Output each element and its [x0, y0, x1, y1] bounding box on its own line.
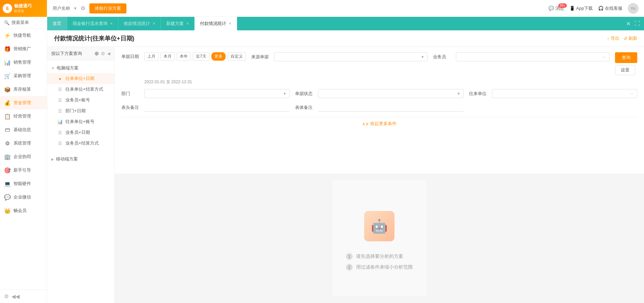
refresh-btn[interactable]: ↺ 刷新 — [623, 35, 637, 41]
sidebar-item-label-operations: 经营管理 — [13, 113, 31, 119]
sidebar-item-sales[interactable]: 📊 销售管理 — [0, 56, 47, 69]
maximize-icon[interactable]: ⛶ — [635, 21, 640, 27]
doc-status-arrow: ▾ — [458, 91, 460, 96]
sidebar: 6 畅捷通巧 标准版 🔍 搜索菜单 ⚡ 快捷导航 🎁 营销推广 📊 销售管理 🛒… — [0, 0, 47, 303]
sidebar-item-enterprise[interactable]: 🏢 企业协同 — [0, 150, 47, 163]
date-filter: 单据日期 上月 本月 本年 近7天 更多 自定义 — [121, 52, 246, 61]
sidebar-item-hardware[interactable]: 💻 智能硬件 — [0, 177, 47, 190]
scheme-section-mobile: ▶ 移动端方案 — [47, 151, 114, 167]
tab-receipt-stats[interactable]: 收款情况统计× — [118, 17, 161, 30]
dept-select[interactable]: ▾ — [144, 89, 290, 98]
doc-status-select[interactable]: ▾ — [318, 89, 463, 98]
sidebar-item-system[interactable]: ⚙ 系统管理 — [0, 137, 47, 150]
close-all-tabs-icon[interactable]: ✕ — [626, 21, 631, 27]
sidebar-item-guide[interactable]: 🎯 新手引导 — [0, 163, 47, 177]
export-btn[interactable]: ↑ 导出 — [607, 35, 620, 41]
tabs-container: 首页现金银行流水查询×收款情况统计×新建方案×付款情况统计× — [47, 17, 237, 30]
scheme-item-staff-date[interactable]: ☰ 业务员+日期 — [47, 127, 114, 138]
sidebar-item-wechat[interactable]: 💬 企业微信 — [0, 190, 47, 204]
sidebar-item-icon-hardware: 💻 — [4, 180, 11, 187]
logo-text: 畅捷通巧 标准版 — [14, 3, 32, 13]
tab-payment-stats[interactable]: 付款情况统计× — [195, 17, 237, 30]
scheme-item-partner-date[interactable]: ● 往来单位+日期 — [47, 73, 114, 84]
partner-select[interactable]: ··· — [492, 89, 637, 98]
staff-select[interactable]: ··· — [456, 52, 610, 61]
scheme-item-staff-account[interactable]: ☰ 业务员+账号 — [47, 95, 114, 105]
scheme-item-icon-partner-settlement: ☰ — [57, 87, 63, 92]
sidebar-item-label-capital: 资金管理 — [13, 100, 31, 106]
tab-close-receipt-stats[interactable]: × — [153, 21, 155, 26]
sidebar-nav: ⚡ 快捷导航 🎁 营销推广 📊 销售管理 🛒 采购管理 📦 库存核算 💰 资金管… — [0, 29, 47, 217]
tab-close-payment-stats[interactable]: × — [229, 21, 231, 26]
scheme-section-title-mobile[interactable]: ▶ 移动端方案 — [47, 154, 114, 164]
settings-btn[interactable]: 设置 — [615, 65, 635, 75]
page-header: 付款情况统计(往来单位+日期) ↑ 导出 ↺ 刷新 — [47, 30, 644, 47]
scheme-section-title-desktop[interactable]: ▼ 电脑端方案 — [47, 63, 114, 73]
search-icon: 🔍 — [4, 20, 9, 25]
last-7days-btn[interactable]: 近7天 — [193, 52, 209, 61]
this-month-btn[interactable]: 本月 — [160, 52, 175, 61]
user-avatar[interactable]: Rit — [628, 3, 639, 14]
tab-home[interactable]: 首页 — [47, 17, 67, 30]
sidebar-item-icon-wechat: 💬 — [4, 194, 11, 201]
sidebar-item-purchase[interactable]: 🛒 采购管理 — [0, 69, 47, 83]
scheme-sections: ▼ 电脑端方案 ● 往来单位+日期 ☰ 往来单位+结算方式 ☰ 业务员+账号 ☰… — [47, 60, 114, 167]
search-menu[interactable]: 🔍 搜索菜单 — [0, 17, 47, 29]
collapse-more-bar[interactable]: ∧∧ 收起更多条件 — [121, 117, 637, 130]
scheme-item-partner-settlement[interactable]: ☰ 往来单位+结算方式 — [47, 84, 114, 95]
scheme-panel-header: 按以下方案查询 ⊕ ⚙ ◀ — [47, 47, 114, 60]
settings-icon[interactable]: ⚙ — [4, 293, 9, 300]
app-icon: 📱 — [569, 6, 575, 11]
header-note-input[interactable] — [144, 103, 290, 112]
collapse-sidebar-icon[interactable]: ◀◀ — [11, 293, 20, 300]
user-dropdown-icon[interactable]: ▾ — [74, 6, 77, 11]
app-download-btn[interactable]: 📱 App下载 — [569, 5, 593, 11]
last-month-btn[interactable]: 上月 — [144, 52, 158, 61]
sidebar-item-operations[interactable]: 📋 经营管理 — [0, 110, 47, 123]
online-service-btn[interactable]: 🎧 在线客服 — [598, 5, 622, 11]
dept-filter: 部门 ▾ — [121, 89, 290, 98]
sidebar-item-icon-sales: 📊 — [4, 59, 11, 66]
trial-btn[interactable]: 体验行业方案 — [89, 3, 126, 13]
tab-close-new-scheme[interactable]: × — [186, 21, 189, 26]
topbar-gear-icon[interactable]: ⚙ — [81, 5, 85, 11]
messages-btn[interactable]: 💬 消息 99+ — [549, 5, 564, 11]
scheme-item-staff-settlement[interactable]: ☰ 业务员+结算方式 — [47, 138, 114, 149]
tab-label-home: 首页 — [53, 21, 61, 27]
sidebar-item-capital[interactable]: 💰 资金管理 — [0, 96, 47, 110]
export-icon: ↑ — [607, 36, 610, 41]
filter-row-2: 部门 ▾ 单据状态 ▾ — [121, 89, 637, 98]
tab-new-scheme[interactable]: 新建方案× — [161, 17, 195, 30]
add-scheme-icon[interactable]: ⊕ — [94, 50, 99, 57]
tab-bank-flow[interactable]: 现金银行流水查询× — [67, 17, 118, 30]
query-btn[interactable]: 查询 — [615, 52, 637, 63]
source-doc-select[interactable]: ▾ — [274, 52, 428, 61]
sidebar-item-icon-guide: 🎯 — [4, 167, 11, 174]
scheme-item-dept-date[interactable]: ☰ 部门+日期 — [47, 105, 114, 116]
custom-btn[interactable]: 自定义 — [228, 52, 246, 61]
body-area: 按以下方案查询 ⊕ ⚙ ◀ ▼ 电脑端方案 ● 往来单位+日期 ☰ 往来单位 — [47, 47, 644, 303]
scheme-settings-icon[interactable]: ⚙ — [101, 51, 105, 56]
sidebar-item-basic-info[interactable]: 🗃 基础信息 — [0, 123, 47, 137]
sidebar-item-member[interactable]: 👑 畅会员 — [0, 204, 47, 217]
scheme-item-label-partner-date: 往来单位+日期 — [65, 75, 94, 82]
scheme-item-partner-account[interactable]: 📊 往来单位+账号 — [47, 116, 114, 127]
message-badge: 99+ — [558, 3, 567, 8]
result-area: 🤖 1 请先选择要分析的方案 2 用过滤条件来缩小分析范围 — [115, 174, 644, 303]
more-btn[interactable]: 更多 — [211, 52, 226, 61]
scheme-section-label-mobile: 移动端方案 — [56, 156, 78, 162]
sidebar-item-icon-system: ⚙ — [4, 140, 11, 147]
sidebar-item-label-guide: 新手引导 — [13, 167, 31, 173]
tab-close-bank-flow[interactable]: × — [110, 21, 113, 26]
sidebar-item-inventory[interactable]: 📦 库存核算 — [0, 83, 47, 96]
this-year-btn[interactable]: 本年 — [177, 52, 191, 61]
body-note-input[interactable] — [318, 103, 463, 112]
scheme-item-icon-staff-account: ☰ — [57, 97, 63, 103]
sidebar-item-icon-purchase: 🛒 — [4, 72, 11, 79]
sidebar-item-quick-nav[interactable]: ⚡ 快捷导航 — [0, 29, 47, 42]
sidebar-item-marketing[interactable]: 🎁 营销推广 — [0, 42, 47, 56]
scheme-collapse-icon[interactable]: ◀ — [107, 51, 110, 56]
main-area: 用户名称 ▾ ⚙ 体验行业方案 💬 消息 99+ 📱 App下载 🎧 在线客服 … — [47, 0, 644, 303]
dept-arrow: ▾ — [284, 91, 286, 96]
page-title: 付款情况统计(往来单位+日期) — [54, 34, 135, 42]
